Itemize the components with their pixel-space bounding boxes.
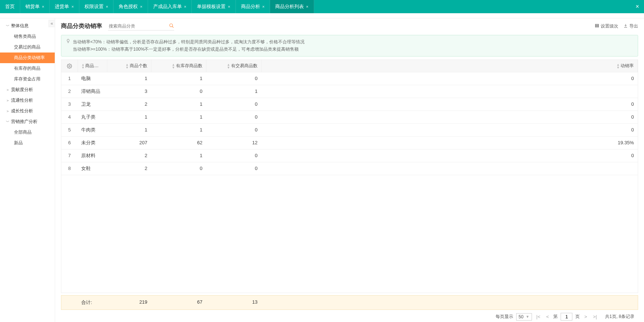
sidebar-group[interactable]: ﹀营销推广分析 (0, 116, 55, 127)
sidebar: « ﹀整体信息销售类商品交易过的商品商品分类动销率有库存的商品库存资金占用＞贡献… (0, 18, 55, 322)
data-table: ▲▼商品… ▲▼商品个数 ▲▼有库存商品数 ▲▼有交易商品数 ▲▼动销率 1电脑… (61, 60, 638, 175)
page-next-button[interactable]: > (583, 314, 589, 319)
cell-stock-count: 0 (151, 85, 206, 98)
content-header: 商品分类动销率 设置级次 导出 (60, 18, 640, 33)
cell-trade-count: 0 (206, 72, 261, 85)
close-icon[interactable]: × (42, 4, 44, 9)
cell-stock-count: 0 (151, 162, 206, 175)
page-word-2: 页 (575, 314, 580, 320)
search-icon[interactable] (169, 23, 174, 29)
cell-category: 滞销商品 (78, 85, 107, 98)
cell-count: 1 (107, 72, 151, 85)
col-stock-count[interactable]: ▲▼有库存商品数 (151, 60, 206, 72)
col-count[interactable]: ▲▼商品个数 (107, 60, 151, 72)
sidebar-group[interactable]: ＞流通性分析 (0, 95, 55, 106)
table-row[interactable]: 7原材料2100 (61, 149, 638, 162)
sidebar-collapse-button[interactable]: « (48, 20, 55, 27)
page-first-button[interactable]: |< (535, 314, 542, 319)
cell-category: 电脑 (78, 72, 107, 85)
top-tab[interactable]: 销货单× (20, 0, 50, 13)
sidebar-group-label: 成长性分析 (11, 108, 33, 114)
close-icon[interactable]: × (228, 4, 230, 9)
svg-line-1 (172, 26, 174, 28)
sidebar-item[interactable]: 有库存的商品 (0, 63, 55, 74)
col-category[interactable]: ▲▼商品… (78, 60, 107, 72)
sidebar-item[interactable]: 交易过的商品 (0, 42, 55, 53)
top-tab[interactable]: 权限设置× (79, 0, 114, 13)
cell-rate: 0 (261, 111, 638, 123)
sidebar-item[interactable]: 全部商品 (0, 127, 55, 138)
col-trade-count[interactable]: ▲▼有交易商品数 (206, 60, 261, 72)
list-icon (595, 23, 599, 29)
top-tabs: 首页销货单×进货单×权限设置×角色授权×产成品入库单×单据模板设置×商品分析×商… (0, 0, 644, 13)
sidebar-group[interactable]: ﹀整体信息 (0, 21, 55, 31)
cell-rate: 0 (261, 72, 638, 85)
summary-row: 合计: 219 67 13 (61, 295, 638, 310)
top-tab-label: 销货单 (25, 3, 40, 10)
cell-stock-count: 1 (151, 149, 206, 162)
top-tab[interactable]: 进货单× (50, 0, 79, 13)
tip-line-1: 当动销率<70%：动销率偏低，分析是否存在品种过多，特别是同质同类品种过多，或淘… (73, 38, 305, 46)
sidebar-group-label: 贡献度分析 (11, 87, 33, 93)
tip-box: 当动销率<70%：动销率偏低，分析是否存在品种过多，特别是同质同类品种过多，或淘… (61, 35, 638, 57)
cell-rate: 0 (261, 123, 638, 136)
search-box (108, 22, 174, 30)
chevron-left-icon: « (51, 21, 53, 26)
chevron-down-icon: ▼ (526, 315, 529, 319)
sidebar-item[interactable]: 商品分类动销率 (0, 53, 55, 63)
export-button[interactable]: 导出 (623, 23, 638, 29)
close-icon[interactable]: × (184, 4, 186, 9)
top-tab-label: 权限设置 (84, 3, 104, 10)
set-level-button[interactable]: 设置级次 (595, 23, 618, 29)
sidebar-item[interactable]: 新品 (0, 138, 55, 148)
close-icon[interactable]: × (106, 4, 108, 9)
page-last-button[interactable]: >| (591, 314, 598, 319)
svg-rect-3 (596, 25, 599, 26)
page-input[interactable] (561, 313, 572, 321)
top-tab-label: 单据模板设置 (197, 3, 226, 10)
table-row[interactable]: 8女鞋200 (61, 162, 638, 175)
sidebar-group[interactable]: ＞成长性分析 (0, 106, 55, 116)
search-input[interactable] (108, 22, 169, 30)
close-all-tabs-button[interactable]: × (631, 0, 644, 13)
top-tab[interactable]: 首页 (0, 0, 20, 13)
top-tab[interactable]: 商品分析× (236, 0, 270, 13)
table-wrap: ▲▼商品… ▲▼商品个数 ▲▼有库存商品数 ▲▼有交易商品数 ▲▼动销率 1电脑… (61, 59, 638, 293)
per-page-select[interactable]: 50 ▼ (516, 313, 532, 321)
cell-rate: 0 (261, 98, 638, 111)
sidebar-item[interactable]: 库存资金占用 (0, 74, 55, 84)
close-icon: × (636, 3, 639, 10)
cell-trade-count: 0 (206, 149, 261, 162)
close-icon[interactable]: × (262, 4, 265, 9)
cell-rate (261, 85, 638, 98)
table-row[interactable]: 3卫龙2100 (61, 98, 638, 111)
top-tab[interactable]: 角色授权× (114, 0, 148, 13)
table-row[interactable]: 2滞销商品301 (61, 85, 638, 98)
top-tab[interactable]: 单据模板设置× (192, 0, 235, 13)
table-row[interactable]: 4丸子类1100 (61, 111, 638, 123)
cell-rate: 0 (261, 149, 638, 162)
top-tab[interactable]: 商品分析列表× (270, 0, 314, 13)
table-row[interactable]: 1电脑1100 (61, 72, 638, 85)
chevron-down-icon: ﹀ (6, 23, 10, 29)
cell-trade-count: 0 (206, 98, 261, 111)
table-row[interactable]: 6未分类207621219.35% (61, 136, 638, 149)
table-row[interactable]: 5牛肉类1100 (61, 123, 638, 136)
page-word-1: 第 (553, 314, 558, 320)
cell-category: 卫龙 (78, 98, 107, 111)
close-icon[interactable]: × (71, 4, 73, 9)
top-tab-label: 角色授权 (119, 3, 138, 10)
close-icon[interactable]: × (306, 4, 308, 9)
close-icon[interactable]: × (140, 4, 142, 9)
cell-rate: 19.35% (261, 136, 638, 149)
sidebar-item[interactable]: 销售类商品 (0, 31, 55, 42)
col-rate[interactable]: ▲▼动销率 (261, 60, 638, 72)
set-level-label: 设置级次 (601, 23, 618, 29)
column-settings-button[interactable] (61, 60, 78, 72)
sidebar-group-label: 流通性分析 (11, 97, 33, 104)
page-prev-button[interactable]: < (545, 314, 551, 319)
sidebar-group[interactable]: ＞贡献度分析 (0, 84, 55, 95)
sub-bar (0, 13, 644, 18)
bulb-icon (66, 38, 71, 53)
top-tab[interactable]: 产成品入库单× (148, 0, 192, 13)
